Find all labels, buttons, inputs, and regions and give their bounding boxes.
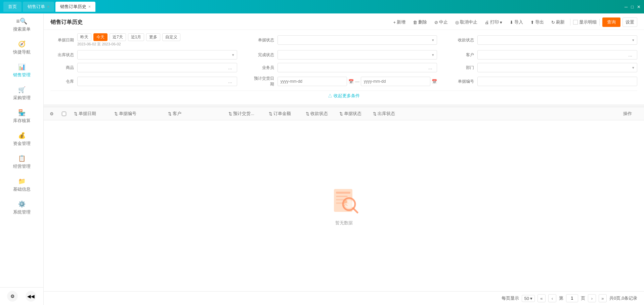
salesperson-select[interactable]: ... (277, 63, 437, 72)
warehouse-select[interactable]: ... (77, 77, 237, 86)
th-order-status[interactable]: ⇅ 单据状态 (337, 111, 370, 117)
sidebar-sound-btn[interactable]: ◀◀ (26, 291, 36, 302)
date-btn-today[interactable]: 今天 (93, 33, 108, 41)
complete-status-select[interactable]: ▾ (277, 50, 437, 60)
purchase-icon: 🛒 (18, 86, 26, 93)
sidebar-item-search-menu[interactable]: ≡🔍 搜索菜单 (0, 13, 43, 36)
order-status-select[interactable]: ▾ (277, 35, 437, 45)
order-number-input[interactable] (477, 77, 637, 86)
collapse-bar[interactable]: △ 收起更多条件 (50, 90, 637, 101)
page-number-input[interactable] (566, 294, 578, 302)
sidebar-item-sales[interactable]: 📊 销售管理 (0, 59, 43, 82)
empty-icon (327, 186, 361, 216)
department-select[interactable]: ▾ (477, 63, 637, 72)
import-button[interactable]: ⬇ 导入 (507, 18, 526, 27)
th-date[interactable]: ⇅ 单据日期 (71, 111, 112, 117)
last-page-button[interactable]: » (599, 294, 607, 302)
delivery-date-end-input[interactable] (361, 77, 430, 86)
calendar-end-icon[interactable]: 📅 (432, 79, 437, 84)
cancel-stop-button[interactable]: ◎ 取消中止 (453, 18, 480, 27)
sidebar-item-operation[interactable]: 📋 经营管理 (0, 151, 43, 174)
tab-sales-order[interactable]: 销售订单 × (23, 2, 54, 12)
close-button[interactable]: ✕ (637, 4, 641, 9)
th-customer[interactable]: ⇅ 客户 (165, 111, 226, 117)
sidebar-item-finance[interactable]: 💰 资金管理 (0, 128, 43, 151)
first-page-button[interactable]: « (538, 294, 546, 302)
sidebar-item-inventory[interactable]: 🏪 库存核算 (0, 105, 43, 128)
display-detail-checkbox[interactable] (573, 20, 578, 25)
tab-home[interactable]: 首页 (3, 2, 22, 12)
th-delivery[interactable]: ⇅ 预计交货... (226, 111, 266, 117)
refresh-button[interactable]: ↻ 刷新 (549, 18, 567, 27)
calendar-start-icon[interactable]: 📅 (348, 79, 354, 84)
select-all-checkbox[interactable] (62, 112, 66, 116)
sidebar-bottom: ⚙ ◀◀ (0, 287, 43, 305)
delete-button[interactable]: 🗑 删除 (410, 18, 430, 27)
sidebar-settings-btn[interactable]: ⚙ (7, 291, 18, 302)
th-checkbox[interactable] (59, 112, 71, 116)
print-arrow-icon: ▾ (500, 20, 502, 25)
customer-ellipsis[interactable]: ... (626, 52, 634, 58)
th-amount[interactable]: ⇅ 订单金额 (266, 111, 303, 117)
salesperson-ellipsis[interactable]: ... (426, 65, 434, 70)
tab-sales-order-history[interactable]: 销售订单历史 × (55, 2, 95, 12)
page-size-selector[interactable]: 50 ▾ (522, 295, 534, 302)
complete-status-chevron-icon: ▾ (432, 53, 434, 57)
th-order[interactable]: ⇅ 单据编号 (112, 111, 165, 117)
date-btn-1month[interactable]: 近1月 (128, 33, 144, 41)
print-button[interactable]: 🖨 打印 ▾ (482, 18, 505, 27)
page-size-chevron-icon: ▾ (530, 296, 532, 301)
sidebar-item-basic-info[interactable]: 📁 基础信息 (0, 174, 43, 196)
sidebar: ≡🔍 搜索菜单 🧭 快捷导航 📊 销售管理 🛒 采购管理 🏪 库存核算 💰 资金… (0, 13, 44, 305)
product-ellipsis[interactable]: ... (226, 65, 234, 70)
new-button[interactable]: + 新增 (390, 18, 408, 27)
next-page-button[interactable]: › (588, 294, 596, 302)
th-settings[interactable]: ⚙ (47, 111, 59, 116)
warehouse-ellipsis[interactable]: ... (226, 79, 234, 84)
settings-button[interactable]: 设置 (622, 17, 637, 27)
stop-icon: ⊘ (434, 20, 438, 25)
toolbar-divider (570, 19, 570, 26)
export-button[interactable]: ⬆ 导出 (528, 18, 547, 27)
sidebar-item-purchase[interactable]: 🛒 采购管理 (0, 82, 43, 105)
warehouse-status-select[interactable]: ▾ (77, 50, 237, 60)
complete-status-field: ▾ (277, 50, 437, 60)
delivery-date-label: 预计交货日期 (251, 76, 277, 87)
cancel-stop-icon: ◎ (455, 20, 459, 25)
payment-status-select[interactable]: ▾ (477, 35, 637, 45)
sidebar-item-system[interactable]: ⚙️ 系统管理 (0, 196, 43, 219)
th-warehouse-status[interactable]: ⇅ 出库状态 (370, 111, 404, 117)
date-btn-more[interactable]: 更多 (146, 33, 160, 41)
filter-row-1: 单据日期 昨天 今天 近7天 近1月 更多 自定义 2023-06-02 至 2… (50, 33, 637, 47)
minimize-button[interactable]: ─ (625, 4, 628, 9)
date-btn-custom[interactable]: 自定义 (162, 33, 180, 41)
export-icon: ⬆ (530, 20, 534, 25)
page-size-label: 每页显示 (502, 295, 519, 301)
sort-payment-icon: ⇅ (306, 111, 309, 116)
delivery-date-start-input[interactable] (277, 77, 347, 86)
date-range-dash: — (355, 79, 359, 84)
pagination: 每页显示 50 ▾ « ‹ 第 页 › » 共0页,0条记录 (44, 291, 644, 305)
th-operations: 操作 (620, 111, 641, 117)
quick-nav-icon: 🧭 (18, 40, 26, 48)
sort-date-icon: ⇅ (74, 111, 78, 116)
sidebar-item-quick-nav[interactable]: 🧭 快捷导航 (0, 36, 43, 59)
filter-row-4: 仓库 ... 预计交货日期 📅 — 📅 单据编号 (50, 76, 637, 87)
customer-select[interactable]: ... (477, 50, 637, 60)
page-title: 销售订单历史 (50, 19, 83, 26)
page-label: 第 (559, 295, 563, 301)
date-btn-7days[interactable]: 近7天 (110, 33, 126, 41)
product-select[interactable]: ... (77, 63, 237, 72)
th-payment-status[interactable]: ⇅ 收款状态 (303, 111, 337, 117)
close-tab-history[interactable]: × (88, 4, 91, 9)
product-label: 商品 (50, 65, 77, 71)
date-btn-yesterday[interactable]: 昨天 (77, 33, 91, 41)
display-detail-toggle[interactable]: 显示明细 (573, 19, 597, 25)
department-label: 部门 (450, 65, 477, 71)
payment-status-field: ▾ (477, 35, 637, 45)
close-tab-sales-order[interactable]: × (47, 4, 49, 9)
query-button[interactable]: 查询 (602, 17, 620, 27)
maximize-button[interactable]: □ (631, 4, 634, 9)
stop-button[interactable]: ⊘ 中止 (432, 18, 450, 27)
prev-page-button[interactable]: ‹ (548, 294, 556, 302)
